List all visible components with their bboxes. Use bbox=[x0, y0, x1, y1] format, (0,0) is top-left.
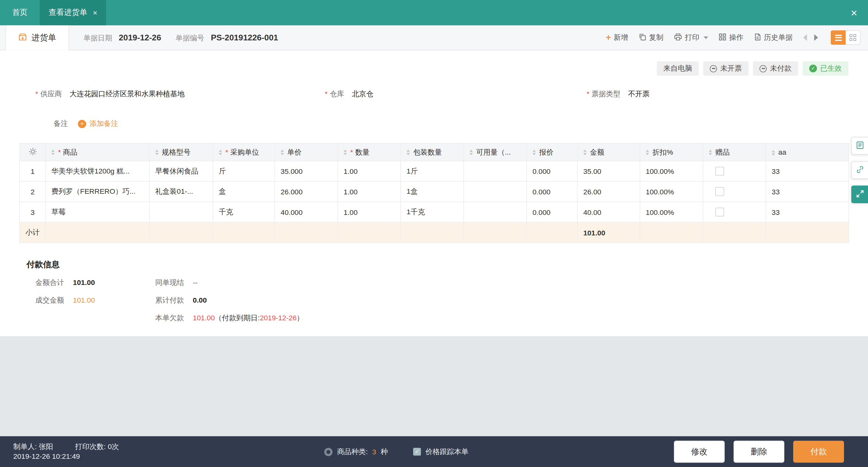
bill-number-value: PS-20191226-001 bbox=[211, 32, 278, 42]
col-header-available[interactable]: 可用量（... bbox=[464, 143, 527, 161]
sort-icon[interactable] bbox=[583, 150, 587, 155]
col-header-quote[interactable]: 报价 bbox=[527, 143, 578, 161]
sort-icon[interactable] bbox=[219, 150, 222, 155]
add-remark-button[interactable]: + 添加备注 bbox=[78, 119, 118, 129]
category-count: 3 bbox=[372, 447, 376, 456]
footer-buttons: 修改 删除 付款 bbox=[674, 441, 844, 463]
gift-checkbox[interactable] bbox=[715, 167, 724, 176]
sort-icon[interactable] bbox=[532, 150, 536, 155]
deal-amount-label: 成交金额 bbox=[35, 295, 64, 306]
cell-qty: 1.00 bbox=[338, 181, 401, 202]
remark-label: 备注 bbox=[54, 119, 68, 129]
history-button-label: 历史单据 bbox=[764, 32, 793, 42]
list-view-toggle[interactable] bbox=[831, 30, 845, 45]
col-header-gift[interactable]: 赠品 bbox=[703, 143, 766, 161]
add-button[interactable]: + 新增 bbox=[606, 32, 628, 42]
sort-icon[interactable] bbox=[470, 150, 473, 155]
col-header-discount[interactable]: 折扣% bbox=[640, 143, 703, 161]
col-header-amount[interactable]: 金额 bbox=[578, 143, 640, 161]
col-header-product[interactable]: *商品 bbox=[45, 143, 149, 161]
cell-unit: 斤 bbox=[213, 161, 275, 181]
cell-aa: 33 bbox=[766, 161, 849, 181]
cell-unit: 盒 bbox=[213, 181, 275, 202]
gift-checkbox[interactable] bbox=[715, 208, 724, 216]
purchase-order-icon bbox=[18, 32, 27, 42]
badge-unpaid-label: 未付款 bbox=[770, 63, 792, 73]
pay-button[interactable]: 付款 bbox=[793, 441, 844, 463]
price-track-label: 价格跟踪本单 bbox=[426, 447, 469, 457]
col-header-price[interactable]: 单价 bbox=[275, 143, 338, 161]
sort-icon[interactable] bbox=[281, 150, 284, 155]
cell-spec: 早餐休闲食品 bbox=[149, 161, 213, 181]
supplier-label: 供应商 bbox=[40, 89, 62, 99]
col-header-spec[interactable]: 规格型号 bbox=[149, 143, 213, 161]
supplier-field: * 供应商 大连花园口经济区景和水果种植基地 bbox=[35, 89, 325, 99]
cell-available bbox=[464, 181, 527, 202]
gift-checkbox[interactable] bbox=[715, 187, 724, 196]
col-header-aa[interactable]: aa bbox=[766, 143, 849, 161]
owed-label: 本单欠款 bbox=[155, 313, 184, 323]
category-count-group: 商品种类: 3 种 bbox=[324, 447, 388, 457]
form-icon bbox=[856, 141, 865, 151]
due-date-value: 2019-12-26 bbox=[260, 313, 297, 323]
gear-icon bbox=[28, 149, 37, 157]
col-header-pkg-qty[interactable]: 包装数量 bbox=[401, 143, 464, 161]
remark-row: 备注 + 添加备注 bbox=[0, 119, 868, 129]
operate-button-label: 操作 bbox=[729, 32, 744, 42]
link-button[interactable] bbox=[851, 161, 868, 179]
print-dropdown-caret-icon[interactable] bbox=[704, 36, 708, 39]
tab-home[interactable]: 首页 bbox=[0, 0, 40, 26]
cell-unit: 千克 bbox=[213, 202, 275, 222]
cell-price: 35.000 bbox=[275, 161, 338, 181]
cash-settle-field: 同单现结 -- bbox=[155, 277, 197, 288]
window-close-icon[interactable]: × bbox=[840, 0, 868, 26]
badge-from-pc: 来自电脑 bbox=[657, 61, 699, 76]
total-amount-field: 金额合计 101.00 bbox=[35, 277, 155, 288]
sort-icon[interactable] bbox=[155, 150, 159, 155]
tab-view-purchase-order-label: 查看进货单 bbox=[49, 8, 87, 18]
print-button[interactable]: 打印 bbox=[674, 32, 708, 42]
required-marker: * bbox=[587, 90, 590, 98]
warehouse-field: * 仓库 北京仓 bbox=[325, 89, 587, 99]
doc-tab-purchase-order[interactable]: 进货单 bbox=[6, 25, 69, 50]
row-number: 1 bbox=[20, 161, 45, 181]
creator-value: 张阳 bbox=[39, 442, 53, 450]
list-view-icon bbox=[835, 34, 841, 40]
card-view-toggle[interactable] bbox=[845, 30, 861, 45]
tab-view-purchase-order[interactable]: 查看进货单 × bbox=[40, 0, 106, 26]
prev-arrow-icon[interactable] bbox=[803, 34, 807, 41]
sort-icon[interactable] bbox=[407, 150, 410, 155]
modify-button[interactable]: 修改 bbox=[674, 441, 725, 463]
sort-icon[interactable] bbox=[646, 150, 649, 155]
print-count-value: 0次 bbox=[107, 442, 119, 450]
payment-row: 本单欠款 101.00 （付款到期日: 2019-12-26 ） bbox=[27, 313, 868, 323]
col-amount-label: 金额 bbox=[590, 148, 604, 156]
next-arrow-icon[interactable] bbox=[814, 34, 818, 41]
col-price-label: 单价 bbox=[287, 148, 302, 156]
doc-tab-label: 进货单 bbox=[32, 32, 57, 42]
col-header-qty[interactable]: *数量 bbox=[338, 143, 401, 161]
price-track-checkbox[interactable]: ✓ bbox=[413, 448, 421, 456]
col-header-unit[interactable]: *采购单位 bbox=[213, 143, 275, 161]
col-product-label: 商品 bbox=[63, 148, 78, 156]
form-settings-button[interactable] bbox=[851, 137, 868, 155]
history-button[interactable]: 历史单据 bbox=[754, 32, 793, 42]
cell-aa: 33 bbox=[766, 181, 849, 202]
total-amount-label: 金额合计 bbox=[35, 277, 64, 288]
subtotal-label: 小计 bbox=[20, 222, 45, 243]
sort-icon[interactable] bbox=[344, 150, 347, 155]
copy-button[interactable]: 复制 bbox=[639, 32, 663, 42]
sort-icon[interactable] bbox=[772, 150, 775, 156]
delete-button[interactable]: 删除 bbox=[734, 441, 784, 463]
paid-total-label: 累计付款 bbox=[155, 295, 184, 306]
fullscreen-button[interactable] bbox=[851, 186, 868, 203]
tab-close-icon[interactable]: × bbox=[93, 8, 97, 17]
required-marker: * bbox=[35, 90, 38, 98]
operate-button[interactable]: 操作 bbox=[719, 32, 744, 42]
sort-icon[interactable] bbox=[709, 150, 712, 155]
cell-available bbox=[464, 161, 527, 181]
cell-pkg-qty: 1盒 bbox=[401, 181, 464, 202]
column-settings-button[interactable] bbox=[20, 143, 45, 161]
cash-settle-value: -- bbox=[193, 277, 197, 288]
sort-icon[interactable] bbox=[52, 150, 55, 155]
